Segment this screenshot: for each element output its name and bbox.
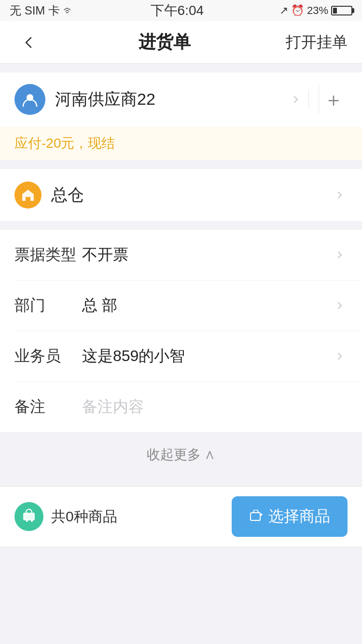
invoice-label: 票据类型 (14, 244, 82, 266)
salesman-row[interactable]: 业务员 这是859的小智 (0, 331, 362, 381)
supplier-chevron-icon[interactable] (288, 92, 304, 107)
svg-point-4 (31, 520, 33, 522)
sim-label: 无 SIM 卡 ᯤ (10, 3, 75, 18)
salesman-chevron-icon (332, 349, 348, 364)
goods-count-area: 共0种商品 (14, 502, 117, 531)
svg-point-7 (259, 520, 260, 521)
supplier-row: 河南供应商22 ＋ (0, 72, 362, 126)
warehouse-icon (14, 182, 42, 209)
location-icon: ↗ (279, 4, 288, 17)
salesman-label: 业务员 (14, 346, 82, 367)
section-gap-4 (0, 477, 362, 486)
add-supplier-button[interactable]: ＋ (319, 85, 348, 114)
battery-icon (331, 6, 352, 15)
remark-label: 备注 (14, 396, 82, 418)
background-fill (0, 546, 362, 644)
supplier-avatar (14, 84, 45, 115)
status-bar: 无 SIM 卡 ᯤ 下午6:04 ↗ ⏰ 23% (0, 0, 362, 21)
bottom-bar: 共0种商品 选择商品 (0, 486, 362, 546)
status-left: 无 SIM 卡 ᯤ (10, 3, 75, 18)
page-title: 进货单 (139, 30, 191, 54)
alarm-icon: ⏰ (291, 4, 304, 17)
supplier-name[interactable]: 河南供应商22 (55, 88, 288, 111)
section-gap-1 (0, 64, 362, 72)
status-time: 下午6:04 (151, 1, 204, 20)
select-goods-label: 选择商品 (268, 506, 330, 527)
dept-row[interactable]: 部门 总 部 (0, 280, 362, 331)
select-goods-button[interactable]: 选择商品 (232, 496, 348, 537)
battery-percent: 23% (307, 4, 328, 17)
goods-cart-icon (14, 502, 43, 531)
supplier-section: 河南供应商22 ＋ 应付-20元，现结 (0, 72, 362, 160)
battery-fill (333, 8, 337, 14)
invoice-chevron-icon (332, 247, 348, 263)
nav-bar: 进货单 打开挂单 (0, 21, 362, 64)
dept-value: 总 部 (82, 295, 332, 316)
status-right: ↗ ⏰ 23% (279, 4, 352, 17)
warehouse-section: 总仓 (0, 169, 362, 221)
warehouse-chevron-icon (332, 187, 348, 203)
dept-chevron-icon (332, 298, 348, 313)
vertical-divider (308, 90, 309, 109)
collapse-button[interactable]: 收起更多 ∧ (0, 432, 362, 477)
notice-banner: 应付-20元，现结 (0, 126, 362, 160)
svg-rect-1 (26, 197, 30, 201)
section-gap-3 (0, 221, 362, 230)
form-section: 票据类型 不开票 部门 总 部 业务员 这是859的小智 备注 备注内容 (0, 230, 362, 432)
invoice-value: 不开票 (82, 244, 332, 266)
salesman-value: 这是859的小智 (82, 346, 332, 367)
svg-point-3 (26, 520, 28, 522)
svg-rect-5 (251, 513, 260, 520)
section-gap-2 (0, 160, 362, 169)
svg-rect-2 (23, 513, 35, 520)
remark-row: 备注 备注内容 (0, 382, 362, 432)
dept-label: 部门 (14, 295, 82, 316)
back-button[interactable] (14, 28, 43, 57)
collapse-label: 收起更多 ∧ (147, 446, 216, 464)
warehouse-name: 总仓 (51, 184, 332, 206)
open-pending-button[interactable]: 打开挂单 (286, 32, 348, 53)
invoice-row[interactable]: 票据类型 不开票 (0, 230, 362, 280)
warehouse-row[interactable]: 总仓 (0, 169, 362, 221)
goods-count-text: 共0种商品 (51, 507, 117, 527)
remark-input[interactable]: 备注内容 (82, 396, 348, 418)
svg-point-6 (255, 520, 257, 521)
